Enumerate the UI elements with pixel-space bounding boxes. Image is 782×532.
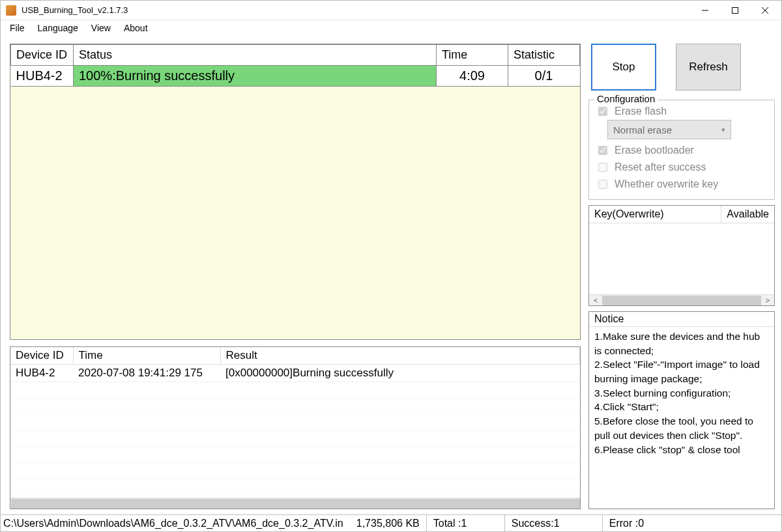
status-path: C:\Users\Admin\Downloads\AM6_dce_0.3.2_A…	[1, 515, 350, 531]
refresh-button[interactable]: Refresh	[676, 44, 741, 91]
reset-after-success-label: Reset after success	[615, 161, 706, 173]
device-status-table: Device ID Status Time Statistic HUB4-2 1…	[10, 44, 580, 87]
key-table: Key(Overwrite) Available	[589, 206, 774, 223]
maximize-icon	[732, 7, 738, 14]
table-row[interactable]: HUB4-2 2020-07-08 19:41:29 175 [0x000000…	[10, 365, 580, 382]
erase-bootloader-label: Erase bootloader	[615, 145, 694, 156]
key-panel: Key(Overwrite) Available < >	[588, 205, 775, 306]
log-cell-device-id: HUB4-2	[10, 365, 73, 382]
key-col-key[interactable]: Key(Overwrite)	[589, 206, 721, 223]
key-table-empty-area	[589, 223, 774, 294]
notice-line: 3.Select burning configuration;	[594, 386, 769, 400]
notice-heading: Notice	[589, 312, 774, 327]
scrollbar-thumb[interactable]	[602, 296, 761, 305]
scrollbar-thumb[interactable]	[11, 499, 580, 509]
cell-statistic: 0/1	[508, 66, 580, 87]
minimize-button[interactable]	[690, 1, 720, 20]
notice-line: 5.Before close the tool, you need to pul…	[594, 414, 769, 442]
svg-rect-1	[732, 7, 738, 13]
configuration-legend: Configuration	[594, 93, 658, 104]
cell-time: 4:09	[437, 66, 508, 87]
chevron-down-icon: ▾	[721, 126, 725, 134]
scroll-left-icon[interactable]: <	[590, 296, 601, 304]
status-size: 1,735,806 KB	[350, 515, 427, 531]
status-bar: C:\Users\Admin\Downloads\AM6_dce_0.3.2_A…	[1, 514, 781, 531]
notice-panel: Notice 1.Make sure the devices and the h…	[588, 311, 775, 509]
maximize-button[interactable]	[720, 1, 750, 20]
col-time[interactable]: Time	[437, 45, 508, 66]
overwrite-key-label: Whether overwrite key	[615, 178, 718, 190]
log-cell-result: [0x00000000]Burning successfully	[220, 365, 580, 382]
device-status-panel: Device ID Status Time Statistic HUB4-2 1…	[10, 44, 581, 340]
notice-line: 4.Click "Start";	[594, 400, 769, 414]
cfg-erase-flash-row: Erase flash	[596, 103, 768, 120]
cfg-overwrite-key-row: Whether overwrite key	[596, 176, 768, 193]
action-buttons: Stop Refresh	[588, 44, 775, 91]
content-area: Device ID Status Time Statistic HUB4-2 1…	[1, 36, 781, 514]
menu-language[interactable]: Language	[31, 21, 85, 35]
log-col-time[interactable]: Time	[73, 347, 220, 365]
notice-body: 1.Make sure the devices and the hub is c…	[589, 327, 774, 459]
status-success: Success:1	[505, 515, 603, 531]
table-row[interactable]: HUB4-2 100%:Burning successfully 4:09 0/…	[11, 66, 580, 87]
notice-line: 2.Select "File"-"Import image" to load b…	[594, 357, 769, 385]
reset-after-success-checkbox[interactable]	[598, 163, 607, 172]
scroll-right-icon[interactable]: >	[762, 296, 773, 304]
cfg-reset-row: Reset after success	[596, 159, 768, 176]
cfg-erase-bootloader-row: Erase bootloader	[596, 142, 768, 159]
close-icon	[762, 7, 768, 14]
log-col-device-id[interactable]: Device ID	[10, 347, 73, 365]
menu-about[interactable]: About	[117, 21, 154, 35]
menu-view[interactable]: View	[85, 21, 117, 35]
window-title: USB_Burning_Tool_v2.1.7.3	[22, 5, 128, 15]
overwrite-key-checkbox[interactable]	[598, 180, 607, 189]
menu-bar: File Language View About	[1, 20, 781, 36]
cell-status: 100%:Burning successfully	[74, 66, 437, 87]
title-bar: USB_Burning_Tool_v2.1.7.3	[1, 1, 781, 20]
configuration-group: Configuration Erase flash Normal erase ▾…	[588, 100, 775, 200]
log-empty-rows	[10, 382, 580, 497]
device-table-empty-area	[10, 87, 580, 339]
erase-mode-select[interactable]: Normal erase ▾	[607, 120, 731, 139]
app-window: USB_Burning_Tool_v2.1.7.3 File Language …	[0, 0, 782, 532]
notice-line: 6.Please click "stop" & close tool	[594, 443, 769, 457]
log-panel: Device ID Time Result HUB4-2 2020-07-08 …	[10, 346, 581, 509]
minimize-icon	[702, 7, 708, 14]
col-status[interactable]: Status	[74, 45, 437, 66]
cell-device-id: HUB4-2	[11, 66, 74, 87]
close-button[interactable]	[750, 1, 780, 20]
app-icon	[6, 5, 16, 16]
status-error: Error :0	[603, 515, 781, 531]
right-pane: Stop Refresh Configuration Erase flash N…	[588, 44, 775, 509]
erase-flash-label: Erase flash	[615, 105, 667, 117]
key-hscrollbar[interactable]: < >	[589, 294, 774, 305]
erase-mode-value: Normal erase	[613, 124, 672, 135]
status-total: Total :1	[427, 515, 505, 531]
key-col-available[interactable]: Available	[721, 206, 774, 223]
log-hscrollbar[interactable]	[10, 497, 580, 509]
erase-bootloader-checkbox[interactable]	[598, 146, 607, 155]
erase-flash-checkbox[interactable]	[598, 107, 607, 116]
log-cell-time: 2020-07-08 19:41:29 175	[73, 365, 220, 382]
notice-line: 1.Make sure the devices and the hub is c…	[594, 329, 769, 357]
col-device-id[interactable]: Device ID	[11, 45, 74, 66]
menu-file[interactable]: File	[3, 21, 31, 35]
left-pane: Device ID Status Time Statistic HUB4-2 1…	[10, 44, 581, 509]
stop-button[interactable]: Stop	[591, 44, 656, 91]
col-statistic[interactable]: Statistic	[508, 45, 580, 66]
log-table: Device ID Time Result HUB4-2 2020-07-08 …	[10, 347, 580, 382]
log-col-result[interactable]: Result	[220, 347, 580, 365]
